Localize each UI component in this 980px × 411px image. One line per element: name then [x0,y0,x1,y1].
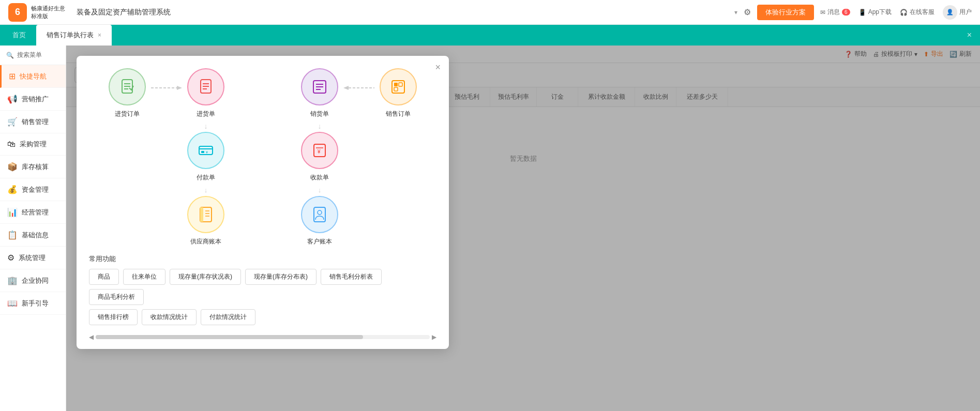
finance-icon: 💰 [7,185,18,194]
inventory-icon: 📦 [7,162,18,172]
svg-rect-18 [399,83,402,86]
func-btn-sales-rank[interactable]: 销售排行榜 [89,309,138,325]
flow-purchase-receipt[interactable]: 进货单 [180,68,232,118]
sales-order-circle [301,68,338,105]
logo-icon: 6 [8,3,27,22]
nav-tabs: 首页 销售订单执行表 × × [0,25,980,45]
tab-home[interactable]: 首页 [2,25,36,45]
flow-purchase-order[interactable]: 进货订单 [101,68,153,118]
message-btn[interactable]: ✉ 消息 6 [820,8,850,17]
top-header: 6 畅康通好生意 标准版 装备及固定资产辅助管理系统 ▾ ⚙ 体验行业方案 ✉ … [0,0,980,25]
message-badge: 6 [842,9,850,16]
sidebar-item-operation[interactable]: 📊 经营管理 [0,201,66,224]
sidebar-item-basic[interactable]: 📋 基础信息 [0,224,66,247]
scroll-left-btn[interactable]: ◀ [89,333,94,341]
flow-sales-order[interactable]: 销货单 [294,68,345,118]
customer-ledger-circle [301,196,338,233]
svg-rect-28 [200,207,203,222]
purchase-icon: 🛍 [7,140,16,149]
sidebar-item-purchase[interactable]: 🛍 采购管理 [0,133,66,156]
sidebar-item-inventory[interactable]: 📦 库存核算 [0,156,66,178]
sales-icon: 🛒 [7,117,18,127]
purchase-receipt-circle [187,68,224,105]
func-btn-receipts-stat[interactable]: 收款情况统计 [142,309,197,325]
avatar: 👤 [943,5,957,20]
operation-icon: 📊 [7,207,18,217]
sales-order2-circle [380,68,417,105]
sidebar: 🔍 搜索菜单 ⊞ 快捷导航 📢 营销推广 🛒 销售管理 🛍 采购管理 📦 库存核… [0,45,66,411]
newbie-icon: 📖 [7,298,18,308]
settings-icon[interactable]: ⚙ [744,7,751,17]
svg-rect-17 [394,83,398,86]
svg-text:¥: ¥ [317,149,321,155]
svg-text:¥: ¥ [206,150,208,154]
func-btn-stock-dist[interactable]: 现存量(库存分布表) [245,269,316,285]
system-title: 装备及固定资产辅助管理系统 [77,8,728,17]
message-icon: ✉ [820,9,825,16]
func-btn-contacts[interactable]: 往来单位 [123,269,165,285]
header-actions: ✉ 消息 6 📱 App下载 🎧 在线客服 👤 用户 [820,5,972,20]
modal-box: × 进货订单 [77,56,449,349]
func-btn-stock-status[interactable]: 现存量(库存状况表) [170,269,241,285]
online-service-btn[interactable]: 🎧 在线客服 [900,8,934,17]
func-buttons: 商品 往来单位 现存量(库存状况表) 现存量(库存分布表) 销售毛利分析表 商品… [89,269,436,305]
svg-rect-22 [201,151,204,153]
flow-supplier-ledger[interactable]: 供应商账本 [180,196,232,246]
tab-close-btn[interactable]: × [98,32,101,39]
svg-point-33 [318,210,322,215]
experience-btn[interactable]: 体验行业方案 [757,5,814,20]
flow-customer-ledger[interactable]: 客户账本 [294,196,345,246]
scrollbar-track [96,335,430,339]
scrollbar-thumb[interactable] [96,335,363,339]
sidebar-item-enterprise[interactable]: 🏢 企业协同 [0,269,66,292]
dropdown-arrow[interactable]: ▾ [734,9,737,16]
sales-order2-label: 销售订单 [386,110,411,118]
svg-rect-19 [394,87,398,91]
receipt-circle: ¥ [301,132,338,169]
phone-icon: 📱 [858,9,866,16]
sidebar-item-newbie[interactable]: 📖 新手引导 [0,292,66,315]
search-menu[interactable]: 🔍 搜索菜单 [0,45,66,65]
common-functions: 常用功能 商品 往来单位 现存量(库存状况表) 现存量(库存分布表) 销售毛利分… [89,254,436,325]
flow-sales-order2[interactable]: 销售订单 [372,68,424,118]
service-icon: 🎧 [900,9,908,16]
quick-nav-icon: ⊞ [9,71,16,81]
svg-rect-16 [392,81,404,93]
sidebar-item-finance[interactable]: 💰 资金管理 [0,178,66,201]
scroll-right-btn[interactable]: ▶ [432,333,436,341]
customer-ledger-label: 客户账本 [307,237,332,246]
purchase-receipt-label: 进货单 [197,110,215,118]
logo-area: 6 畅康通好生意 标准版 [8,3,70,22]
app-download-btn[interactable]: 📱 App下载 [858,8,892,17]
basic-icon: 📋 [7,230,18,240]
purchase-order-label: 进货订单 [115,110,140,118]
enterprise-icon: 🏢 [7,276,18,285]
modal-close-btn[interactable]: × [435,62,441,73]
modal-scrollbar: ◀ ▶ [89,333,436,341]
flow-receipt[interactable]: ¥ 收款单 [294,132,345,182]
modal-overlay[interactable]: × 进货订单 [66,45,980,411]
main-layout: 🔍 搜索菜单 ⊞ 快捷导航 📢 营销推广 🛒 销售管理 🛍 采购管理 📦 库存核… [0,45,980,411]
supplier-ledger-label: 供应商账本 [190,237,221,246]
receipt-label: 收款单 [310,173,329,182]
purchase-order-circle [109,68,146,105]
sales-order-label: 销货单 [310,110,329,118]
marketing-icon: 📢 [7,94,18,104]
func-btn-payment-stat[interactable]: 付款情况统计 [201,309,255,325]
search-icon: 🔍 [6,52,14,59]
logo-text: 畅康通好生意 标准版 [31,5,65,20]
sidebar-item-marketing[interactable]: 📢 营销推广 [0,88,66,111]
sidebar-item-system[interactable]: ⚙ 系统管理 [0,247,66,269]
func-buttons-row2: 销售排行榜 收款情况统计 付款情况统计 [89,309,436,325]
func-btn-goods-gross[interactable]: 商品毛利分析 [89,289,144,305]
sidebar-item-sales[interactable]: 🛒 销售管理 [0,111,66,133]
sidebar-item-quick-nav[interactable]: ⊞ 快捷导航 [0,65,66,88]
user-area[interactable]: 👤 用户 [943,5,972,20]
func-btn-sales-gross[interactable]: 销售毛利分析表 [321,269,382,285]
system-icon: ⚙ [7,253,14,263]
window-close-btn[interactable]: × [967,31,972,40]
payment-label: 付款单 [197,173,215,182]
flow-payment[interactable]: ¥ 付款单 [180,132,232,182]
func-btn-goods[interactable]: 商品 [89,269,119,285]
tab-sales-order[interactable]: 销售订单执行表 × [36,25,112,45]
